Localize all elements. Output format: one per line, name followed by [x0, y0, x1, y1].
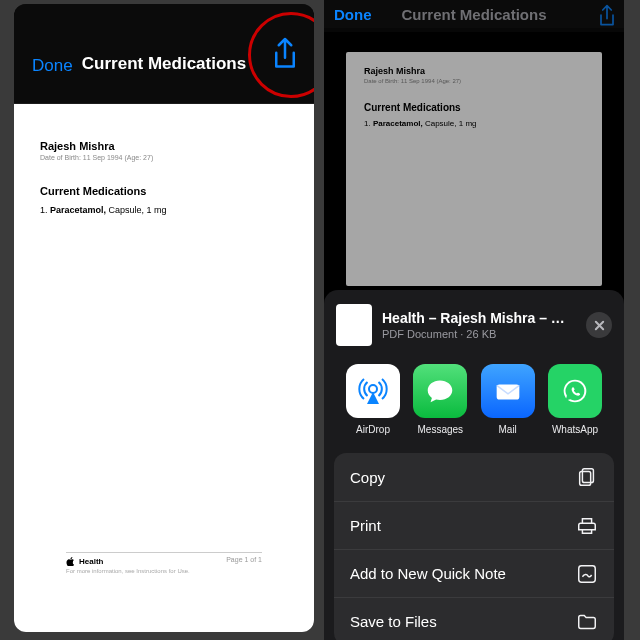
item-name: Paracetamol, [50, 205, 106, 215]
close-button[interactable] [586, 312, 612, 338]
share-actions-list: Copy Print Add to New Quick Note [334, 453, 614, 640]
doc-instructions: For more information, see Instructions f… [66, 568, 262, 574]
folder-icon [576, 611, 598, 633]
mail-icon [481, 364, 535, 418]
share-icon [596, 4, 618, 28]
share-app-airdrop[interactable]: AirDrop [342, 364, 404, 435]
action-label: Save to Files [350, 613, 437, 630]
action-label: Print [350, 517, 381, 534]
dimmed-background[interactable] [324, 28, 624, 292]
apple-logo-icon [66, 557, 75, 566]
svg-rect-1 [496, 384, 519, 399]
action-save-to-files[interactable]: Save to Files [334, 597, 614, 640]
action-quick-note[interactable]: Add to New Quick Note [334, 549, 614, 597]
page-title: Current Medications [14, 54, 314, 74]
page-title: Current Medications [324, 6, 624, 23]
share-app-label: WhatsApp [552, 424, 598, 435]
share-title: Health – Rajesh Mishra – Medicati… [382, 310, 576, 326]
share-app-label: AirDrop [356, 424, 390, 435]
date-of-birth: Date of Birth: 11 Sep 1994 (Age: 27) [40, 154, 288, 161]
close-icon [594, 320, 605, 331]
messages-icon [413, 364, 467, 418]
section-title: Current Medications [40, 185, 288, 197]
page-counter: Page 1 of 1 [226, 556, 262, 563]
share-apps-row: AirDrop Messages Mail [336, 364, 612, 435]
medication-item: 1. Paracetamol, Capsule, 1 mg [40, 205, 288, 215]
action-copy[interactable]: Copy [334, 453, 614, 501]
right-screenshot: Done Current Medications Rajesh Mishra D… [324, 0, 624, 640]
quick-note-icon [576, 563, 598, 585]
left-screenshot: Done Current Medications Rajesh Mishra D… [14, 4, 314, 632]
svg-point-0 [369, 385, 377, 393]
share-button[interactable] [596, 4, 618, 28]
share-sheet: Health – Rajesh Mishra – Medicati… PDF D… [324, 290, 624, 640]
item-index: 1. [40, 205, 48, 215]
share-app-whatsapp[interactable]: WhatsApp [544, 364, 606, 435]
share-app-label: Messages [418, 424, 464, 435]
copy-icon [576, 466, 598, 488]
print-icon [576, 515, 598, 537]
share-icon [270, 36, 300, 72]
action-print[interactable]: Print [334, 501, 614, 549]
airdrop-icon [346, 364, 400, 418]
whatsapp-icon [548, 364, 602, 418]
action-label: Copy [350, 469, 385, 486]
share-app-label: Mail [498, 424, 516, 435]
health-brand-text: Health [79, 557, 103, 566]
left-navbar: Done Current Medications [14, 4, 314, 104]
item-details: Capsule, 1 mg [106, 205, 167, 215]
share-header: Health – Rajesh Mishra – Medicati… PDF D… [336, 304, 612, 346]
patient-name: Rajesh Mishra [40, 140, 288, 152]
share-app-mail[interactable]: Mail [477, 364, 539, 435]
share-button[interactable] [270, 36, 300, 72]
doc-footer: Health For more information, see Instruc… [66, 552, 262, 574]
share-app-messages[interactable]: Messages [409, 364, 471, 435]
share-subtitle: PDF Document · 26 KB [382, 328, 576, 340]
pdf-preview[interactable]: Rajesh Mishra Date of Birth: 11 Sep 1994… [14, 104, 314, 632]
document-thumbnail [336, 304, 372, 346]
action-label: Add to New Quick Note [350, 565, 506, 582]
